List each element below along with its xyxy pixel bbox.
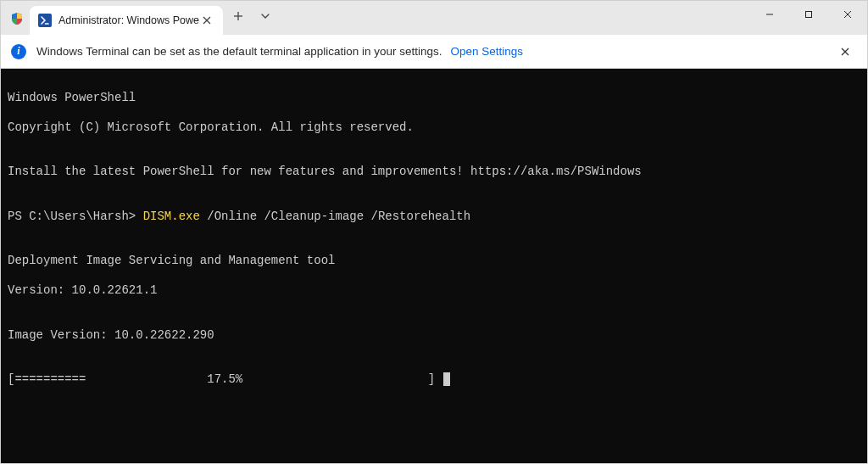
powershell-icon (38, 14, 52, 27)
info-icon: i (11, 44, 26, 59)
terminal-cursor (443, 372, 450, 386)
progress-bar-text: [========== 17.5% ] (8, 372, 442, 386)
new-tab-button[interactable] (225, 4, 252, 28)
command-executable: DISM.exe (143, 210, 200, 223)
terminal-tab[interactable]: Administrator: Windows Powe (30, 6, 223, 35)
tab-title: Administrator: Windows Powe (58, 14, 199, 26)
chevron-down-icon (261, 12, 270, 20)
minimize-button[interactable] (750, 1, 789, 28)
open-settings-link[interactable]: Open Settings (451, 45, 524, 58)
maximize-button[interactable] (789, 1, 828, 28)
info-bar: i Windows Terminal can be set as the def… (1, 35, 867, 69)
close-icon (203, 16, 211, 25)
window-close-button[interactable] (828, 1, 867, 28)
close-icon (843, 10, 852, 19)
dismiss-info-button[interactable] (833, 40, 857, 64)
terminal-output[interactable]: Windows PowerShell Copyright (C) Microso… (1, 69, 867, 463)
terminal-line: Deployment Image Servicing and Managemen… (8, 254, 860, 269)
terminal-line: Image Version: 10.0.22622.290 (8, 328, 860, 344)
prompt-prefix: PS C:\Users\Harsh> (8, 210, 143, 223)
info-message: Windows Terminal can be set as the defau… (36, 45, 442, 58)
tab-close-button[interactable] (199, 13, 214, 28)
app-window: Administrator: Windows Powe (0, 0, 868, 464)
terminal-progress-line: [========== 17.5% ] (8, 372, 860, 388)
uac-shield-icon (9, 11, 25, 26)
terminal-line: Windows PowerShell (8, 91, 860, 106)
terminal-line: Install the latest PowerShell for new fe… (8, 165, 860, 180)
titlebar: Administrator: Windows Powe (1, 1, 867, 35)
minimize-icon (765, 10, 774, 19)
maximize-icon (804, 10, 813, 19)
window-controls (750, 1, 867, 35)
close-icon (841, 48, 849, 56)
command-args: /Online /Cleanup-image /Restorehealth (200, 210, 470, 223)
tab-dropdown-button[interactable] (252, 4, 279, 28)
tab-controls (225, 1, 279, 35)
terminal-prompt-line: PS C:\Users\Harsh> DISM.exe /Online /Cle… (8, 210, 860, 225)
plus-icon (233, 11, 243, 21)
svg-rect-6 (806, 12, 812, 18)
terminal-line: Version: 10.0.22621.1 (8, 283, 860, 299)
terminal-line: Copyright (C) Microsoft Corporation. All… (8, 120, 860, 136)
